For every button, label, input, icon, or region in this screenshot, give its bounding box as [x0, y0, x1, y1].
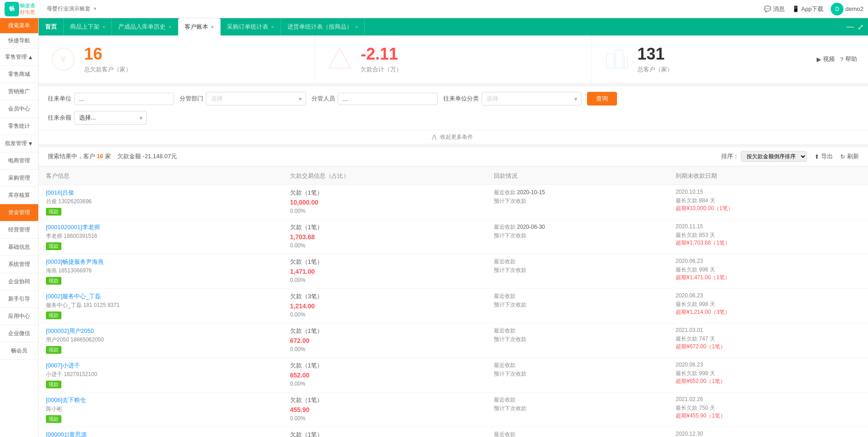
sidebar-item-finance[interactable]: 资金管理: [0, 204, 38, 221]
customer-name-link-5[interactable]: [0007]小进干: [46, 362, 80, 369]
due-date-2: 2020.06.23: [676, 258, 861, 264]
tab-product-shelf[interactable]: 商品上下架 ×: [64, 18, 112, 35]
filter-row-2: 往来余额 选择... ▾: [48, 111, 859, 125]
next-collection-3: 预计下次收款: [494, 301, 661, 309]
debt-amount-1: 1,703.68: [290, 233, 479, 241]
company-name: 母婴行业演示账套: [47, 5, 90, 12]
sidebar-item-ecommerce[interactable]: 电商管理: [0, 152, 38, 170]
sidebar-item-marketing[interactable]: 营销推广: [0, 83, 38, 100]
sidebar-item-batch-mgmt[interactable]: 批发管理 ▼: [0, 135, 38, 152]
overdue-link-0[interactable]: 超期¥10,000.00（1笔）: [676, 205, 861, 212]
sidebar-search[interactable]: 搜索菜单: [0, 18, 38, 33]
main-area: 首页 商品上下架 × 产成品入库单历史 × 客户账本 × 采购订单统计表 × 进…: [39, 18, 868, 437]
sidebar-item-system-mgmt[interactable]: 系统管理: [0, 256, 38, 273]
tab-purchase-stats[interactable]: 进货单统计表（按商品） ×: [281, 18, 365, 35]
sidebar-item-member-center[interactable]: 会员中心: [0, 100, 38, 118]
tab-product-history[interactable]: 产成品入库单历史 ×: [112, 18, 178, 35]
sort-select[interactable]: 按欠款金额倒序排序: [741, 151, 807, 162]
sidebar: 搜索菜单 快捷导航 零售管理 ▲ 零售商城 营销推广 会员中心 零售统计: [0, 18, 39, 437]
cell-recovery-6: 最近收款 预计下次收款: [487, 392, 668, 427]
tabs-actions: — ⤢: [842, 23, 868, 31]
tab-minimize-btn[interactable]: —: [847, 23, 854, 31]
debt-count-1: 欠款（1笔）: [290, 223, 479, 231]
help-btn[interactable]: ? 帮助: [840, 55, 857, 63]
table-row: [0016]吕俊 吕俊 13026203696 现款 欠款（1笔） 10,000…: [39, 185, 868, 220]
sidebar-item-purchase[interactable]: 采购管理: [0, 170, 38, 187]
collapse-bar[interactable]: ⋀ 收起更多条件: [39, 130, 868, 144]
export-btn[interactable]: ⬆ 导出: [814, 152, 833, 161]
filter-from-unit-input[interactable]: ...: [74, 93, 174, 105]
sidebar-item-operations[interactable]: 经营管理: [0, 221, 38, 239]
max-debt-days-2: 最长欠款 998 天: [676, 266, 861, 274]
filter-person-input[interactable]: ...: [338, 93, 438, 105]
customer-name-link-0[interactable]: [0016]吕俊: [46, 189, 74, 196]
sidebar-item-wechat[interactable]: 企业微信: [0, 325, 38, 342]
customer-tag-3: 现款: [46, 311, 61, 319]
debt-customers-number: 16: [84, 45, 131, 64]
overdue-link-4[interactable]: 超期¥672.00（1笔）: [676, 343, 861, 351]
tab-close-product-shelf[interactable]: ×: [102, 24, 105, 30]
cell-customer-info-2: [0003]畅捷服务尹海燕 海燕 18513066976 现款: [39, 254, 283, 289]
customer-tag-5: 现款: [46, 381, 61, 388]
collapse-arrow: ⋀: [432, 134, 437, 140]
sidebar-item-retail-stats[interactable]: 零售统计: [0, 118, 38, 135]
max-debt-days-5: 最长欠款 998 天: [676, 370, 861, 377]
customer-name-link-1[interactable]: [0001020001]李老师: [46, 224, 100, 231]
max-debt-days-1: 最长欠款 853 天: [676, 231, 861, 239]
filter-unit-category-input[interactable]: 选择 ▾: [482, 92, 582, 105]
cell-overdue-3: 2020.06.23 最长欠款 998 天 超期¥1,214.00（3笔）: [668, 289, 868, 323]
tab-close-purchase-stats[interactable]: ×: [355, 24, 358, 30]
customer-name-link-3[interactable]: [0002]服务中心_丁磊: [46, 293, 101, 300]
debt-count-7: 欠款（1笔）: [290, 431, 479, 437]
summary-cards: ¥ 16 总欠款客户（家） -2.11: [39, 35, 868, 83]
filter-dept-input[interactable]: 选择 ▾: [206, 92, 306, 105]
customer-tag-2: 现款: [46, 277, 61, 285]
table-row: [0001020001]李老师 李老师 18600391516 现款 欠款（1笔…: [39, 220, 868, 254]
user-menu[interactable]: D demo2: [831, 3, 863, 15]
tab-home[interactable]: 首页: [39, 18, 64, 35]
overdue-link-2[interactable]: 超期¥1,471.00（1笔）: [676, 274, 861, 281]
filter-from-unit: 往来单位 ...: [48, 93, 174, 105]
cell-recovery-1: 最近收款 2020-06-30 预计下次收款: [487, 220, 668, 254]
tabs-bar: 首页 商品上下架 × 产成品入库单历史 × 客户账本 × 采购订单统计表 × 进…: [39, 18, 868, 35]
sidebar-item-retail-mgmt[interactable]: 零售管理 ▲: [0, 49, 38, 66]
due-date-5: 2020.06.23: [676, 362, 861, 368]
tab-close-product-history[interactable]: ×: [168, 24, 171, 30]
overdue-link-1[interactable]: 超期¥1,703.68（1笔）: [676, 239, 861, 247]
cell-recovery-0: 最近收款 2020-10-15 预计下次收款: [487, 185, 668, 220]
tab-customer-account[interactable]: 客户账本 ×: [178, 18, 221, 35]
tab-purchase-order[interactable]: 采购订单统计表 ×: [221, 18, 281, 35]
overdue-link-5[interactable]: 超期¥652.00（1笔）: [676, 377, 861, 385]
query-btn[interactable]: 查询: [587, 92, 617, 105]
customer-name-link-2[interactable]: [0003]畅捷服务尹海燕: [46, 258, 104, 265]
sidebar-item-inventory[interactable]: 库存核算: [0, 187, 38, 204]
app-download-btn[interactable]: 📱 App下载: [792, 5, 823, 13]
logo-icon: 畅: [5, 2, 19, 16]
cell-recovery-7: 最近收款 预计下次收款: [487, 427, 668, 437]
sidebar-item-enterprise[interactable]: 企业协同: [0, 273, 38, 291]
customer-name-link-4[interactable]: [000002]用户2050: [46, 327, 94, 334]
debt-amount-5: 652.00: [290, 372, 479, 379]
customer-name-link-6[interactable]: [0006]去下粮仓: [46, 397, 86, 403]
unit-category-dropdown-icon: ▾: [574, 95, 577, 102]
overdue-link-6[interactable]: 超期¥455.90（1笔）: [676, 412, 861, 420]
table-row: [0003]畅捷服务尹海燕 海燕 18513066976 现款 欠款（1笔） 1…: [39, 254, 868, 289]
quick-nav[interactable]: 快捷导航: [0, 33, 38, 49]
sidebar-item-vip-member[interactable]: 畅会员: [0, 342, 38, 360]
filter-balance-input[interactable]: 选择... ▾: [74, 111, 147, 125]
sidebar-item-new-guide[interactable]: 新手引导: [0, 291, 38, 308]
cell-debt-info-6: 欠款（1笔） 455.90 0.00%: [283, 392, 487, 427]
sidebar-item-retail-mall[interactable]: 零售商城: [0, 66, 38, 83]
table-row: [0002]服务中心_丁磊 服务中心_丁磊 181 0125 8371 现款 欠…: [39, 289, 868, 323]
company-select[interactable]: 母婴行业演示账套 ▾: [43, 5, 764, 13]
messages-btn[interactable]: 💬 消息: [764, 5, 785, 13]
customer-name-link-7[interactable]: [000001]黄思源: [46, 431, 87, 437]
sidebar-item-app-center[interactable]: 应用中心: [0, 308, 38, 325]
tab-close-customer-account[interactable]: ×: [211, 24, 214, 30]
tab-close-purchase-order[interactable]: ×: [271, 24, 274, 30]
tab-maximize-btn[interactable]: ⤢: [858, 23, 863, 31]
refresh-btn[interactable]: ↻ 刷新: [840, 152, 859, 161]
sidebar-item-basic-info[interactable]: 基础信息: [0, 239, 38, 256]
overdue-link-3[interactable]: 超期¥1,214.00（3笔）: [676, 308, 861, 316]
video-help-btn[interactable]: ▶ 视频: [817, 55, 835, 63]
